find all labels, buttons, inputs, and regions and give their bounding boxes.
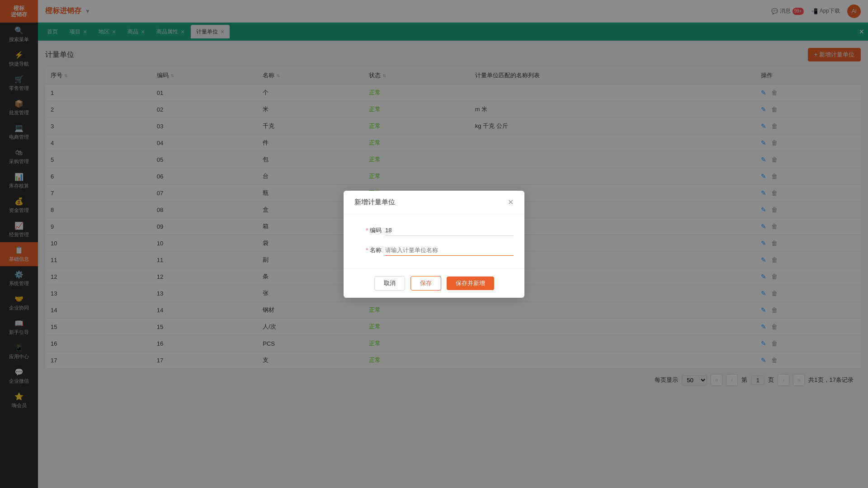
- code-input[interactable]: [385, 225, 514, 236]
- modal-close-button[interactable]: ✕: [508, 198, 514, 206]
- save-button[interactable]: 保存: [410, 276, 441, 291]
- add-unit-modal: 新增计量单位 ✕ 编码 名称 取消 保存 保存并新增: [344, 191, 524, 298]
- name-label: 名称: [354, 246, 382, 254]
- code-label: 编码: [354, 226, 382, 235]
- form-row-code: 编码: [354, 225, 514, 236]
- modal-body: 编码 名称: [344, 214, 524, 268]
- modal-header: 新增计量单位 ✕: [344, 191, 524, 214]
- form-row-name: 名称: [354, 245, 514, 256]
- modal-footer: 取消 保存 保存并新增: [344, 268, 524, 298]
- cancel-button[interactable]: 取消: [374, 276, 405, 291]
- name-input[interactable]: [385, 245, 514, 256]
- modal-overlay: 新增计量单位 ✕ 编码 名称 取消 保存 保存并新增: [0, 0, 868, 488]
- save-and-new-button[interactable]: 保存并新增: [447, 277, 494, 290]
- modal-title: 新增计量单位: [354, 198, 395, 206]
